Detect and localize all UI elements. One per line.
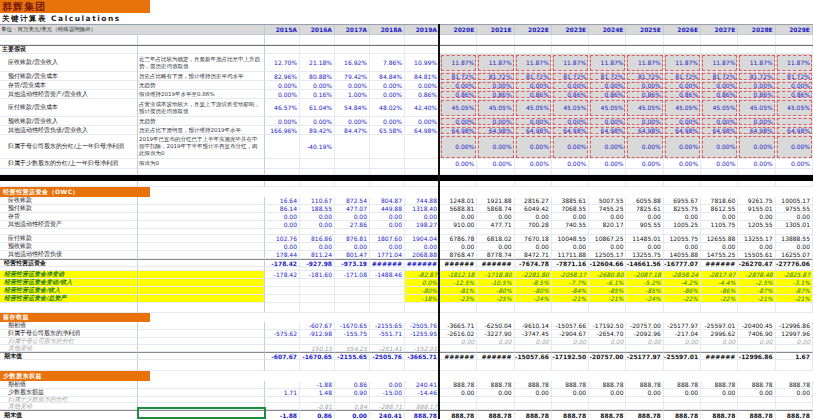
row-note-cell[interactable] [138,389,265,397]
spreadsheet-cell[interactable]: 0.00% [552,117,589,126]
row-label-cell[interactable]: 经营性营运资金净变动 [0,271,138,279]
spreadsheet-cell[interactable]: 0.86 [335,381,370,389]
spreadsheet-cell[interactable]: -17192.50 [589,322,626,330]
spreadsheet-cell[interactable]: 1318.40 [405,205,440,213]
row-note-cell[interactable]: 无趋势 [138,81,265,90]
spreadsheet-cell[interactable] [370,295,405,303]
spreadsheet-cell[interactable]: -1718.80 [477,271,514,279]
spreadsheet-cell[interactable]: 64.98% [776,126,813,135]
spreadsheet-cell[interactable]: 0.00 [589,389,626,397]
spreadsheet-cell[interactable]: -26270.47 [738,259,775,267]
spreadsheet-cell[interactable]: -4.4% [701,279,738,287]
year-header-cell[interactable]: 2020E [440,25,477,35]
spreadsheet-cell[interactable]: 5688.81 [440,205,477,213]
spreadsheet-cell[interactable] [589,181,626,187]
spreadsheet-cell[interactable]: -2505.76 [370,352,405,360]
spreadsheet-cell[interactable] [265,159,300,169]
spreadsheet-cell[interactable]: 888.17 [405,403,440,410]
spreadsheet-cell[interactable]: 64.98% [701,126,738,135]
spreadsheet-cell[interactable]: 0.00 [552,243,589,251]
spreadsheet-cell[interactable]: 7.86% [370,54,405,72]
spreadsheet-cell[interactable]: -21% [738,295,775,303]
spreadsheet-cell[interactable]: 0.00% [300,81,335,90]
spreadsheet-cell[interactable] [265,403,300,410]
spreadsheet-cell[interactable] [265,279,300,287]
spreadsheet-cell[interactable]: 0.00 [335,243,370,251]
spreadsheet-cell[interactable]: 8768.47 [440,251,477,259]
spreadsheet-cell[interactable]: 0.00 [626,338,663,345]
spreadsheet-cell[interactable]: 0.86% [405,90,440,99]
spreadsheet-cell[interactable]: 0.00 [626,389,663,397]
spreadsheet-cell[interactable]: 0.00% [738,135,775,159]
spreadsheet-cell[interactable] [776,403,813,410]
spreadsheet-cell[interactable]: 81.72% [701,72,738,81]
row-note-cell[interactable] [138,352,265,360]
spreadsheet-cell[interactable] [335,287,370,295]
spreadsheet-cell[interactable]: 811.24 [300,251,335,259]
spreadsheet-cell[interactable] [664,169,701,175]
spreadsheet-cell[interactable]: 0.00% [589,81,626,90]
spreadsheet-cell[interactable]: 7818.60 [701,197,738,205]
spreadsheet-cell[interactable]: 905.55 [626,221,663,229]
spreadsheet-cell[interactable]: 0.00% [589,117,626,126]
spreadsheet-cell[interactable]: -8.5% [515,279,552,287]
spreadsheet-cell[interactable]: 27.86 [335,221,370,229]
spreadsheet-cell[interactable]: 1921.88 [477,197,514,205]
spreadsheet-cell[interactable]: -171.08 [335,271,370,279]
spreadsheet-cell[interactable] [664,181,701,187]
spreadsheet-cell[interactable]: 65.58% [370,126,405,135]
spreadsheet-cell[interactable]: -22% [664,295,701,303]
spreadsheet-cell[interactable] [589,360,626,371]
spreadsheet-cell[interactable]: 740.55 [552,221,589,229]
year-header-cell[interactable]: 2027E [701,25,738,35]
spreadsheet-cell[interactable]: -86% [664,287,701,295]
spreadsheet-cell[interactable]: 240.41 [405,381,440,389]
spreadsheet-cell[interactable]: -2.5% [738,279,775,287]
spreadsheet-cell[interactable]: 0.00% [664,135,701,159]
spreadsheet-cell[interactable]: ###### [440,352,477,360]
spreadsheet-cell[interactable] [477,345,514,352]
spreadsheet-cell[interactable]: 876.81 [335,235,370,243]
spreadsheet-cell[interactable]: 102.76 [265,235,300,243]
spreadsheet-cell[interactable] [300,159,335,169]
spreadsheet-cell[interactable]: 0.00% [265,117,300,126]
spreadsheet-cell[interactable]: ###### [701,352,738,360]
spreadsheet-cell[interactable] [300,303,335,313]
spreadsheet-cell[interactable]: ###### [701,259,738,267]
spreadsheet-cell[interactable] [776,345,813,352]
spreadsheet-cell[interactable] [701,35,738,45]
spreadsheet-cell[interactable] [664,360,701,371]
spreadsheet-cell[interactable] [552,360,589,371]
spreadsheet-cell[interactable]: 477.71 [477,221,514,229]
spreadsheet-cell[interactable] [335,135,370,159]
row-label-cell[interactable]: 其他流动性经营负债 [0,251,138,259]
row-label-cell[interactable]: 经营性营运资金/收入 [0,287,138,295]
spreadsheet-cell[interactable]: 0.86 [300,410,335,419]
spreadsheet-cell[interactable]: 81.72% [776,72,813,81]
spreadsheet-cell[interactable]: 0.00% [776,81,813,90]
spreadsheet-cell[interactable] [589,35,626,45]
spreadsheet-cell[interactable]: 0.00% [440,81,477,90]
spreadsheet-cell[interactable]: 46.57% [265,99,300,117]
spreadsheet-cell[interactable] [738,35,775,45]
spreadsheet-cell[interactable]: 888.78 [776,410,813,419]
spreadsheet-cell[interactable]: 1248.01 [440,197,477,205]
spreadsheet-cell[interactable]: 84.47% [335,126,370,135]
row-note-cell[interactable] [138,322,265,330]
spreadsheet-cell[interactable]: 2996.62 [701,330,738,338]
row-note-cell[interactable] [138,381,265,389]
row-label-cell[interactable]: 其他流动性经营资产 [0,221,138,229]
spreadsheet-cell[interactable]: 0.00% [515,81,552,90]
spreadsheet-cell[interactable]: -2817.97 [701,271,738,279]
spreadsheet-cell[interactable]: 0.86% [552,90,589,99]
year-header-cell[interactable]: 2015A [265,25,300,35]
spreadsheet-cell[interactable]: 0.00% [370,81,405,90]
row-note-cell[interactable] [138,169,265,175]
row-label-cell[interactable]: 期初值 [0,322,138,330]
spreadsheet-cell[interactable] [776,169,813,175]
spreadsheet-cell[interactable]: -7871.16 [552,259,589,267]
row-label-cell[interactable]: 预收账款/营业收入 [0,117,138,126]
spreadsheet-cell[interactable] [405,181,440,187]
spreadsheet-cell[interactable]: -82.87 [405,271,440,279]
spreadsheet-cell[interactable]: 64.98% [515,126,552,135]
